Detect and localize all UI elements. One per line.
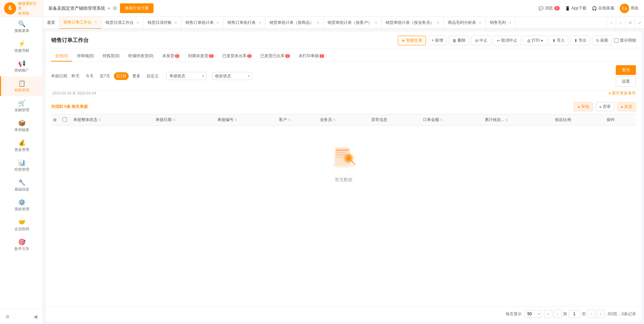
sub-tab-8[interactable]: 未打印单据0 xyxy=(295,51,328,62)
expand-filter-btn[interactable]: ▾ 展开更多条件 xyxy=(609,90,636,96)
status-select[interactable]: 单据状态 xyxy=(166,72,207,80)
tab-label-1: 销售订单工作台 xyxy=(63,19,92,25)
review-btn[interactable]: ● 审核 xyxy=(574,102,593,111)
stats-action-btns: ● 审核 ● 弃审 ● 发货 xyxy=(574,102,636,111)
sort-icon-salesperson[interactable]: ⇅ xyxy=(333,118,336,122)
sub-tab-7[interactable]: 已发货已出库0 xyxy=(256,51,294,62)
ship-btn[interactable]: ● 发货 xyxy=(617,102,636,111)
tab-next-btn[interactable]: › xyxy=(616,17,625,29)
payment-select[interactable]: 收款状态 xyxy=(212,72,252,80)
tab-close-1[interactable]: ✕ xyxy=(94,21,97,24)
date-btn-4[interactable]: 更多 xyxy=(130,72,143,80)
sidebar-item-营销推广[interactable]: 📢 营销推广 xyxy=(0,56,43,76)
tab-7[interactable]: 销货单统计表（按客户）✕ xyxy=(324,17,382,29)
column-settings-icon[interactable]: ⚙ xyxy=(53,118,57,122)
sidebar-item-采购管理[interactable]: 🛒 采购管理 xyxy=(0,96,43,116)
delete-btn[interactable]: 🗑 删除 xyxy=(449,36,469,45)
tab-5[interactable]: 销售订单执行表✕ xyxy=(223,17,265,29)
sidebar-item-基础信息[interactable]: 🔧 基础信息 xyxy=(0,175,43,195)
sub-tab-6[interactable]: 已发货未出库0 xyxy=(218,51,256,62)
import-btn[interactable]: ⬇ 导入 xyxy=(549,36,568,45)
tab-10[interactable]: 销售毛利✕ xyxy=(486,17,516,29)
prev-page-btn[interactable]: ‹ xyxy=(554,310,562,318)
sub-tab-2[interactable]: 待拣货(0) xyxy=(98,51,124,62)
industry-btn[interactable]: 体验行业方案 xyxy=(120,3,154,13)
tab-close-all-btn[interactable]: ✕ xyxy=(625,17,635,29)
system-settings-icon[interactable]: ⚙ xyxy=(113,5,117,11)
sidebar-item-快捷导航[interactable]: ⚡ 快捷导航 xyxy=(0,37,43,56)
tab-close-6[interactable]: ✕ xyxy=(316,21,319,25)
sub-tab-label-6: 已发货未出库 xyxy=(222,53,247,58)
sidebar-item-系统管理[interactable]: ⚙️ 系统管理 xyxy=(0,195,43,215)
tab-1[interactable]: 销售订单工作台✕ xyxy=(59,17,101,29)
tab-close-10[interactable]: ✕ xyxy=(509,21,511,25)
tab-prev-btn[interactable]: ‹ xyxy=(606,17,616,29)
sort-icon-customer[interactable]: ⇅ xyxy=(288,118,291,122)
next-page-btn[interactable]: › xyxy=(587,310,595,318)
logo-text: 畅捷通好生意 标准版 xyxy=(18,1,39,15)
sub-tab-5[interactable]: 到期未发货0 xyxy=(184,51,218,62)
tab-8[interactable]: 销货单统计表（按业务员）✕ xyxy=(382,17,444,29)
stop-btn[interactable]: ⊘ 中止 xyxy=(471,36,491,45)
collapse-icon[interactable]: ◀ xyxy=(31,312,40,321)
tab-close-2[interactable]: ✕ xyxy=(136,21,139,25)
app-download-btn[interactable]: 📱 App下载 xyxy=(565,5,587,11)
tab-3[interactable]: 钱货日清对账✕ xyxy=(143,17,181,29)
system-title-dropdown-icon[interactable]: ▾ xyxy=(108,6,110,11)
date-btn-2[interactable]: 近7天 xyxy=(97,72,113,80)
new-btn[interactable]: + 新增 xyxy=(428,36,447,45)
cancel-stop-btn[interactable]: ↩ 取消中止 xyxy=(493,36,521,45)
page-input[interactable] xyxy=(568,310,581,318)
message-btn[interactable]: 💬 消息 6 xyxy=(539,5,560,11)
tab-6[interactable]: 销货单统计表（按商品）✕ xyxy=(265,17,324,29)
per-page-select[interactable]: 50 100 200 xyxy=(524,310,542,318)
sort-icon-date[interactable]: ⇅ xyxy=(173,118,176,122)
show-detail-input[interactable] xyxy=(614,38,618,43)
last-page-btn[interactable]: » xyxy=(597,310,605,318)
print-btn[interactable]: 🖨 打印 ▾ xyxy=(523,36,547,45)
first-page-btn[interactable]: « xyxy=(544,310,552,318)
sort-icon-number[interactable]: ⇅ xyxy=(234,118,237,122)
sidebar-item-库存核算[interactable]: 📦 库存核算 xyxy=(0,116,43,136)
sidebar-item-企业协同[interactable]: 🤝 企业协同 xyxy=(0,215,43,235)
sidebar-item-资金管理[interactable]: 💰 资金管理 xyxy=(0,136,43,156)
sidebar-item-经营管理[interactable]: 📊 经营管理 xyxy=(0,156,43,175)
tab-close-4[interactable]: ✕ xyxy=(216,21,219,25)
date-btn-1[interactable]: 今天 xyxy=(83,72,96,80)
tab-close-5[interactable]: ✕ xyxy=(258,21,261,25)
date-btn-0[interactable]: 昨天 xyxy=(69,72,82,80)
tab-close-3[interactable]: ✕ xyxy=(174,21,177,25)
print-dropdown-icon: ▾ xyxy=(541,38,543,43)
sub-tab-0[interactable]: 全部(0) xyxy=(51,51,72,62)
tab-9[interactable]: 商品毛利分析表✕ xyxy=(444,17,486,29)
tab-close-8[interactable]: ✕ xyxy=(437,21,439,25)
export-btn[interactable]: ⬆ 导出 xyxy=(570,36,590,45)
refresh-btn[interactable]: ↻ 刷新 xyxy=(592,36,612,45)
query-btn[interactable]: 查询 xyxy=(616,65,636,75)
sidebar-item-搜索菜单[interactable]: 🔍 搜索菜单 xyxy=(0,17,43,37)
tab-maximize-btn[interactable]: ⤢ xyxy=(635,17,644,29)
show-detail-checkbox[interactable]: 显示明细 xyxy=(614,38,636,43)
smart-create-btn[interactable]: ★ 智能生单 xyxy=(398,36,426,45)
abandon-review-btn[interactable]: ● 弃审 xyxy=(596,102,614,111)
settings-bottom-icon[interactable]: ⚙ xyxy=(3,312,12,321)
sub-tab-3[interactable]: 旺铺待发货(0) xyxy=(124,51,158,62)
date-btn-3[interactable]: 近1月 xyxy=(114,72,129,80)
tab-close-9[interactable]: ✕ xyxy=(479,21,481,25)
user-menu[interactable]: Ea 用友 xyxy=(620,4,639,13)
tab-4[interactable]: 销售订单统计表✕ xyxy=(181,17,223,29)
sub-tab-1[interactable]: 待审核(0) xyxy=(73,51,98,62)
sort-icon-amount[interactable]: ⇅ xyxy=(440,118,443,122)
select-all-checkbox[interactable] xyxy=(62,117,67,122)
sub-tab-4[interactable]: 未发货0 xyxy=(158,51,184,62)
tab-close-7[interactable]: ✕ xyxy=(375,21,377,25)
sidebar-item-新手引导[interactable]: 🎯 新手引导 xyxy=(0,235,43,255)
tab-2[interactable]: 钱货日清工作台✕ xyxy=(101,17,143,29)
date-btn-5[interactable]: 自定义 xyxy=(144,72,161,80)
setting-btn[interactable]: 设置 xyxy=(616,76,636,87)
sidebar-item-销售管理[interactable]: 📋 销售管理 xyxy=(0,76,43,96)
sort-icon-collected[interactable]: ⇅ xyxy=(505,118,508,122)
tab-0[interactable]: 首页 xyxy=(43,17,59,29)
sort-icon-status[interactable]: ⇅ xyxy=(98,118,101,122)
online-service-btn[interactable]: 🎧 在线客服 xyxy=(592,5,614,11)
